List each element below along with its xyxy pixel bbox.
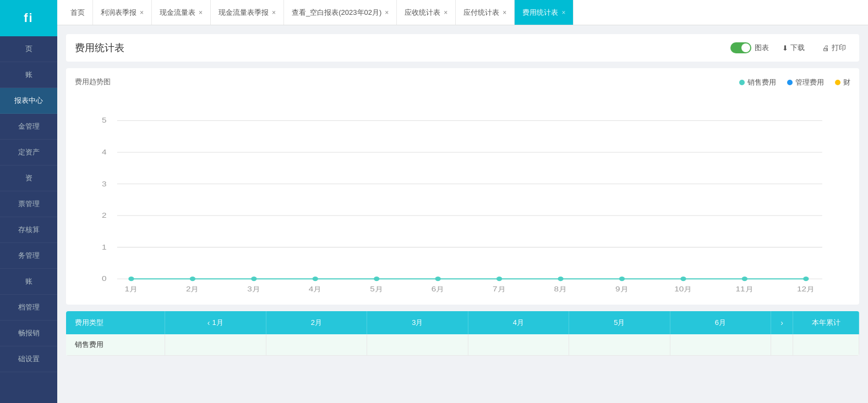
tab-cash-flow[interactable]: 现金流量表 × <box>152 0 211 25</box>
sidebar-item-report-center[interactable]: 报表中心 <box>0 88 57 114</box>
svg-point-25 <box>190 277 195 281</box>
sidebar-item-fund-mgmt[interactable]: 金管理 <box>0 114 57 140</box>
svg-point-30 <box>496 277 502 281</box>
svg-text:12月: 12月 <box>797 285 815 292</box>
legend-label-sales: 销售费用 <box>747 78 776 87</box>
prev-arrow-icon[interactable]: ‹ <box>208 318 210 327</box>
svg-text:6月: 6月 <box>432 285 445 292</box>
svg-point-35 <box>803 277 809 281</box>
cell-m1 <box>165 334 266 355</box>
legend-dot-mgmt <box>787 80 793 85</box>
col-ytd: 本年累计 <box>793 311 859 334</box>
col-m5: 5月 <box>569 311 670 334</box>
tab-profit-quarter-close[interactable]: × <box>140 9 144 16</box>
sidebar-item-ledger[interactable]: 账 <box>0 269 57 295</box>
sidebar-item-invoice-mgmt[interactable]: 票管理 <box>0 191 57 217</box>
cell-m3 <box>367 334 468 355</box>
svg-text:3: 3 <box>102 180 107 187</box>
download-button[interactable]: ⬇ 下载 <box>778 41 809 55</box>
svg-text:9月: 9月 <box>615 285 629 292</box>
svg-point-24 <box>128 277 134 281</box>
svg-text:5: 5 <box>102 117 107 124</box>
svg-text:10月: 10月 <box>674 285 692 292</box>
col-ytd-label: 本年累计 <box>812 318 840 328</box>
col-m1-label: 1月 <box>212 318 223 328</box>
tab-payable-stats-label: 应付统计表 <box>463 8 499 18</box>
col-nav-prev[interactable]: ‹ 1月 <box>165 311 266 334</box>
col-expense-type: 费用类型 <box>66 311 165 334</box>
svg-text:7月: 7月 <box>493 285 506 292</box>
table-section: 费用类型 ‹ 1月 2月 3月 4月 5月 <box>66 311 859 356</box>
svg-text:5月: 5月 <box>370 285 383 292</box>
col-m6: 6月 <box>670 311 772 334</box>
page-header: 费用统计表 图表 ⬇ 下载 🖨 打印 <box>66 34 859 62</box>
tab-receivable-stats-close[interactable]: × <box>444 9 447 16</box>
svg-point-26 <box>251 277 256 281</box>
chart-toggle-label: 图表 <box>755 43 769 53</box>
cell-m5 <box>569 334 670 355</box>
tab-blank-report-close[interactable]: × <box>385 9 389 16</box>
page-title: 费用统计表 <box>75 41 124 54</box>
chart-container: 5 4 3 2 1 0 1月 2月 3月 4月 5月 6月 7月 8月 9 <box>75 92 850 296</box>
legend-finance-expense: 财 <box>835 78 850 87</box>
svg-text:1: 1 <box>102 243 107 251</box>
cell-expense-type: 销售费用 <box>66 334 165 355</box>
tab-receivable-stats[interactable]: 应收统计表 × <box>397 0 456 25</box>
print-button[interactable]: 🖨 打印 <box>818 41 850 55</box>
col-m3: 3月 <box>367 311 468 334</box>
tab-home-label: 首页 <box>70 8 85 18</box>
sidebar-item-fixed-assets[interactable]: 定资产 <box>0 140 57 165</box>
tab-payable-stats-close[interactable]: × <box>503 9 506 16</box>
tab-home[interactable]: 首页 <box>63 0 93 25</box>
svg-point-32 <box>619 277 625 281</box>
col-m3-label: 3月 <box>412 318 423 328</box>
sidebar-item-home[interactable]: 页 <box>0 36 57 62</box>
col-expense-type-label: 费用类型 <box>75 318 103 328</box>
tab-cash-flow-close[interactable]: × <box>199 9 203 16</box>
tab-blank-report[interactable]: 查看_空白报表(2023年02月) × <box>284 0 397 25</box>
sidebar-item-basic-settings[interactable]: 础设置 <box>0 346 57 372</box>
tab-bar: 首页 利润表季报 × 现金流量表 × 现金流量表季报 × 查看_空白报表(202… <box>57 0 868 25</box>
svg-point-33 <box>680 277 686 281</box>
svg-text:8月: 8月 <box>554 285 567 292</box>
cell-m2 <box>266 334 368 355</box>
next-arrow-icon[interactable]: › <box>780 318 783 327</box>
chart-card: 费用趋势图 销售费用 管理费用 财 <box>66 68 859 305</box>
svg-point-29 <box>435 277 441 281</box>
print-label: 打印 <box>832 43 846 53</box>
table-header: 费用类型 ‹ 1月 2月 3月 4月 5月 <box>66 311 859 334</box>
table-row: 销售费用 <box>66 334 859 356</box>
svg-point-27 <box>313 277 318 281</box>
main-area: 首页 利润表季报 × 现金流量表 × 现金流量表季报 × 查看_空白报表(202… <box>57 0 868 403</box>
tab-expense-stats-close[interactable]: × <box>561 9 565 16</box>
sidebar-item-archive-mgmt[interactable]: 档管理 <box>0 295 57 321</box>
tab-blank-report-label: 查看_空白报表(2023年02月) <box>292 8 381 18</box>
tab-expense-stats-label: 费用统计表 <box>522 8 558 18</box>
tab-cash-flow-quarter[interactable]: 现金流量表季报 × <box>211 0 284 25</box>
sidebar-item-account[interactable]: 账 <box>0 62 57 88</box>
tab-cash-flow-quarter-label: 现金流量表季报 <box>219 8 269 18</box>
col-m5-label: 5月 <box>614 318 625 328</box>
legend-label-mgmt: 管理费用 <box>795 78 824 87</box>
sidebar-item-investment[interactable]: 资 <box>0 165 57 191</box>
cell-nav <box>771 334 793 355</box>
sidebar-item-expense-report[interactable]: 畅报销 <box>0 321 57 346</box>
tab-cash-flow-quarter-close[interactable]: × <box>272 9 276 16</box>
tab-expense-stats[interactable]: 费用统计表 × <box>515 0 574 25</box>
cell-ytd <box>793 334 859 355</box>
col-nav-next[interactable]: › <box>771 311 793 334</box>
tab-receivable-stats-label: 应收统计表 <box>405 8 440 18</box>
tab-profit-quarter[interactable]: 利润表季报 × <box>93 0 152 25</box>
chart-toggle-switch[interactable] <box>730 42 751 53</box>
chart-svg: 5 4 3 2 1 0 1月 2月 3月 4月 5月 6月 7月 8月 9 <box>75 92 850 296</box>
svg-text:2: 2 <box>102 212 107 219</box>
cell-m6 <box>670 334 772 355</box>
tab-payable-stats[interactable]: 应付统计表 × <box>456 0 515 25</box>
sidebar-item-service-mgmt[interactable]: 务管理 <box>0 243 57 269</box>
legend-sales-expense: 销售费用 <box>739 78 776 87</box>
sidebar-item-inventory[interactable]: 存核算 <box>0 217 57 243</box>
svg-text:4: 4 <box>102 148 107 156</box>
col-m6-label: 6月 <box>715 318 726 328</box>
content-area: 费用统计表 图表 ⬇ 下载 🖨 打印 费用趋势图 <box>57 25 868 403</box>
col-m2-label: 2月 <box>311 318 322 328</box>
